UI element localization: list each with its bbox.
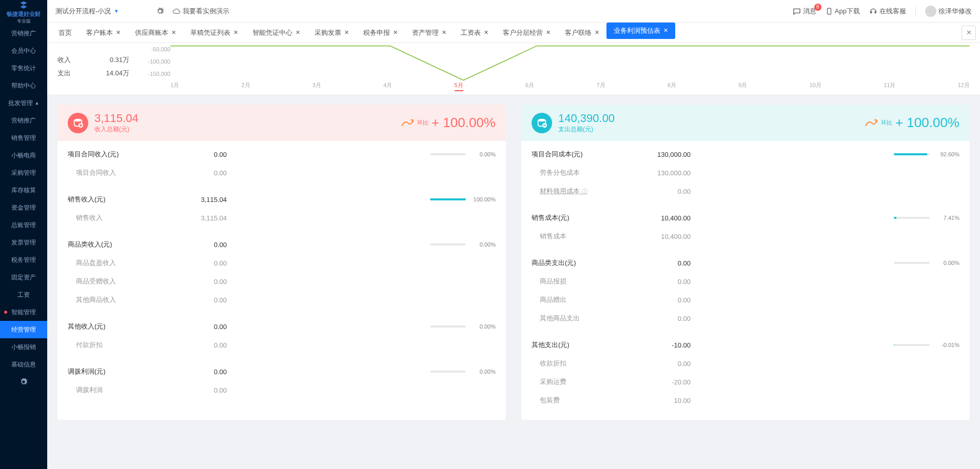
sidebar-item[interactable]: 智能管理 [0,303,47,321]
sidebar-item[interactable]: 帮助中心 [0,77,47,94]
tab[interactable]: 客户联络✕ [558,23,606,43]
progress-bar [894,262,930,264]
line-label: 项目合同成本(元) [532,150,609,159]
close-icon[interactable]: ✕ [442,29,446,36]
close-icon[interactable]: ✕ [296,29,300,36]
sidebar-item[interactable]: 采购管理 [0,164,47,181]
demo-label: 我要看实例演示 [183,7,229,16]
month-label[interactable]: 2月 [241,81,250,91]
line-item: 材料领用成本 ⓘ0.00 [532,182,959,200]
month-label[interactable]: 6月 [525,81,534,91]
workflow-settings-button[interactable] [156,7,164,15]
message-button[interactable]: 消息 8 [793,7,816,16]
brand-logo: 畅捷通好业财 专业版 [0,0,47,25]
line-value: 0.00 [145,368,227,376]
month-label[interactable]: 5月 [455,81,463,91]
sidebar-item[interactable]: 会员中心 [0,42,47,59]
line-value: 0.00 [145,259,227,267]
sidebar-item[interactable]: 税务管理 [0,251,47,269]
tab[interactable]: 税务申报✕ [356,23,405,43]
tab-label: 工资表 [461,28,481,37]
tab-label: 首页 [58,28,72,37]
line-item: 其他支出(元)-10.00-0.01% [532,336,959,354]
sidebar-item[interactable]: 小畅报销 [0,338,47,356]
close-icon[interactable]: ✕ [344,29,349,36]
sidebar-item[interactable]: 工资 [0,286,47,303]
sidebar-item[interactable]: 经营管理 [0,321,47,338]
month-label[interactable]: 4月 [383,81,392,91]
close-icon[interactable]: ✕ [484,29,488,36]
month-label[interactable]: 9月 [738,81,747,91]
close-icon[interactable]: ✕ [546,29,551,36]
sidebar-item[interactable]: 库存核算 [0,181,47,199]
tab[interactable]: 业务利润预估表✕ [606,23,675,39]
tab-label: 业务利润预估表 [614,26,660,35]
line-item: 销售成本(元)10,400.007.41% [532,209,959,227]
close-icon[interactable]: ✕ [663,27,668,34]
progress-bar [894,344,930,346]
svg-rect-0 [827,8,831,14]
month-label[interactable]: 10月 [810,81,821,91]
close-all-tabs-button[interactable]: ✕ [962,26,976,40]
tab[interactable]: 采购发票✕ [307,23,356,43]
help-icon[interactable]: ⓘ [582,188,587,194]
sidebar-item[interactable]: 发票管理 [0,234,47,251]
sidebar-item[interactable]: 营销推广 [0,112,47,129]
month-label[interactable]: 3月 [312,81,321,91]
line-item: 其他商品支出0.00 [532,309,959,328]
close-icon[interactable]: ✕ [233,29,238,36]
sidebar-item[interactable]: 销售管理 [0,129,47,147]
line-value: 0.00 [145,323,227,331]
sidebar-item[interactable]: 营销推广 [0,25,47,42]
sidebar-item[interactable]: 基础信息 [0,356,47,373]
line-item: 销售收入3,115.04 [68,209,496,227]
month-label[interactable]: 12月 [958,81,970,91]
tab[interactable]: 工资表✕ [454,23,496,43]
month-label[interactable]: 1月 [170,81,179,91]
line-label: 付款折扣 [68,340,145,350]
line-label: 包装费 [532,396,609,405]
trend-label: 环比 [417,119,428,127]
tab[interactable]: 草稿凭证列表✕ [183,23,245,43]
tab[interactable]: 供应商账本✕ [128,23,183,43]
sidebar-item[interactable]: 资金管理 [0,199,47,216]
y-tick: -100,000 [140,58,170,65]
line-value: 0.00 [609,278,691,286]
tab[interactable]: 客户分层经营✕ [496,23,558,43]
line-value: 0.00 [609,188,691,195]
sidebar-item[interactable]: 固定资产 [0,269,47,286]
tab[interactable]: 智能凭证中心✕ [245,23,307,43]
app-download-button[interactable]: App下载 [826,7,860,16]
line-value: 3,115.04 [145,196,227,203]
expense-card: 140,390.00 支出总额(元) 环比 + 100.00% 项目合同成本(元… [521,105,970,420]
tab[interactable]: 首页 [51,23,79,43]
line-value: 0.00 [145,241,227,249]
support-button[interactable]: 在线客服 [869,7,906,16]
user-menu[interactable]: 徐泽华修改 [925,6,972,17]
tab[interactable]: 客户账本✕ [79,23,128,43]
month-label[interactable]: 7月 [596,81,605,91]
sidebar-item[interactable]: 总账管理 [0,216,47,234]
close-icon[interactable]: ✕ [171,29,176,36]
line-label: 项目合同收入(元) [68,150,145,159]
demo-link[interactable]: 我要看实例演示 [172,7,229,16]
line-value: 10,400.00 [609,214,691,222]
trend-value: + 100.00% [432,115,496,131]
line-item: 包装费10.00 [532,391,959,410]
line-item: 商品赠出0.00 [532,291,959,309]
month-label[interactable]: 8月 [668,81,676,91]
sidebar-item[interactable]: 批发管理▲ [0,94,47,112]
month-label[interactable]: 11月 [884,81,895,91]
sidebar-item[interactable]: 零售统计 [0,59,47,77]
line-item: 销售收入(元)3,115.04100.00% [68,190,496,209]
sidebar-settings[interactable] [0,373,47,391]
close-icon[interactable]: ✕ [393,29,398,36]
trend-value: + 100.00% [895,115,959,131]
workflow-selector[interactable]: 测试分开流程-小况 ▾ [55,7,148,16]
close-icon[interactable]: ✕ [116,29,121,36]
tab[interactable]: 资产管理✕ [405,23,454,43]
cloud-icon [172,7,181,15]
sidebar-item[interactable]: 小畅电商 [0,147,47,164]
close-icon[interactable]: ✕ [595,29,599,36]
user-name: 徐泽华修改 [938,7,972,16]
